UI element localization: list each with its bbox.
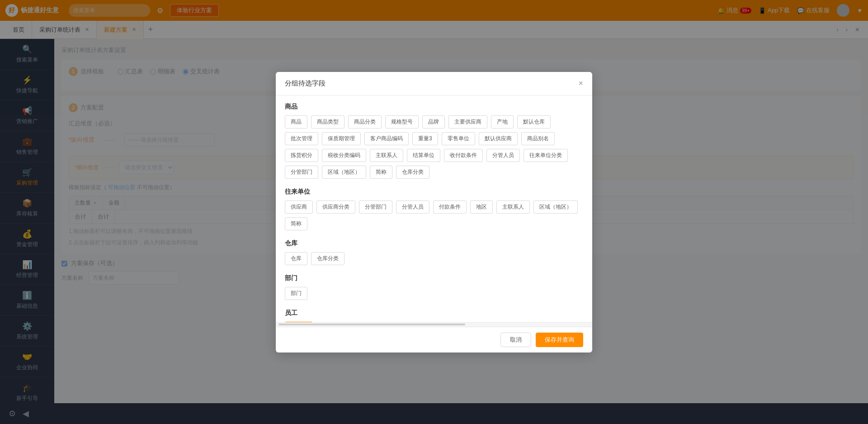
tag-product-5[interactable]: 主要供应商 (448, 115, 487, 129)
section-warehouse-title: 仓库 (285, 239, 583, 248)
field-select-dialog: 分组待选字段 × 商品 商品 商品类型 商品分类 规格型号 品牌 主要供应商 产… (276, 72, 592, 353)
tag-product-14[interactable]: 商品别名 (521, 132, 555, 145)
tag-product-19[interactable]: 收付款条件 (444, 149, 483, 162)
dialog-title: 分组待选字段 (285, 79, 326, 88)
tag-product-8[interactable]: 批次管理 (285, 132, 318, 145)
dialog-close-button[interactable]: × (578, 79, 583, 87)
modal-overlay: 分组待选字段 × 商品 商品 商品类型 商品分类 规格型号 品牌 主要供应商 产… (0, 0, 868, 424)
tag-product-13[interactable]: 默认供应商 (479, 132, 518, 145)
tag-partner-5[interactable]: 地区 (470, 200, 493, 214)
tag-product-3[interactable]: 规格型号 (385, 115, 419, 129)
section-staff-title: 员工 (285, 309, 583, 317)
dialog-hscroll[interactable] (276, 322, 592, 327)
tag-product-21[interactable]: 往来单位分类 (524, 149, 568, 162)
section-product-title: 商品 (285, 103, 583, 111)
tag-product-0[interactable]: 商品 (285, 115, 307, 129)
tag-product-16[interactable]: 税收分类编码 (322, 149, 366, 162)
section-warehouse: 仓库 仓库 仓库分类 (285, 239, 583, 265)
section-department-title: 部门 (285, 274, 583, 282)
section-product: 商品 商品 商品类型 商品分类 规格型号 品牌 主要供应商 产地 默认仓库 批次… (285, 103, 583, 179)
tag-partner-3[interactable]: 分管人员 (396, 200, 429, 214)
tag-product-9[interactable]: 保质期管理 (322, 132, 361, 145)
tag-product-24[interactable]: 简称 (370, 166, 392, 179)
tag-product-25[interactable]: 仓库分类 (396, 166, 429, 179)
tag-partner-6[interactable]: 主联系人 (496, 200, 530, 214)
tag-product-18[interactable]: 结算单位 (407, 149, 440, 162)
section-staff: 员工 业务员 (285, 309, 583, 322)
dialog-footer: 取消 保存并查询 (276, 327, 592, 353)
section-partner-tags: 供应商 供应商分类 分管部门 分管人员 付款条件 地区 主联系人 区域（地区） … (285, 200, 583, 230)
tag-partner-1[interactable]: 供应商分类 (316, 200, 355, 214)
tag-partner-7[interactable]: 区域（地区） (533, 200, 578, 214)
tag-department-0[interactable]: 部门 (285, 287, 307, 300)
tag-product-2[interactable]: 商品分类 (348, 115, 382, 129)
tag-product-11[interactable]: 重量3 (412, 132, 438, 145)
section-partner-title: 往来单位 (285, 188, 583, 196)
tag-product-4[interactable]: 品牌 (422, 115, 445, 129)
tag-product-15[interactable]: 拣货积分 (285, 149, 318, 162)
section-department: 部门 部门 (285, 274, 583, 300)
section-warehouse-tags: 仓库 仓库分类 (285, 252, 583, 265)
tag-warehouse-1[interactable]: 仓库分类 (311, 252, 344, 265)
tag-product-23[interactable]: 区域（地区） (322, 166, 366, 179)
tag-product-20[interactable]: 分管人员 (486, 149, 520, 162)
section-department-tags: 部门 (285, 287, 583, 300)
tag-partner-8[interactable]: 简称 (285, 217, 307, 230)
section-partner: 往来单位 供应商 供应商分类 分管部门 分管人员 付款条件 地区 主联系人 区域… (285, 188, 583, 230)
tag-product-22[interactable]: 分管部门 (285, 166, 318, 179)
dialog-body: 商品 商品 商品类型 商品分类 规格型号 品牌 主要供应商 产地 默认仓库 批次… (276, 95, 592, 322)
dialog-header: 分组待选字段 × (276, 72, 592, 95)
tag-warehouse-0[interactable]: 仓库 (285, 252, 307, 265)
tag-partner-2[interactable]: 分管部门 (359, 200, 392, 214)
tag-product-10[interactable]: 客户商品编码 (364, 132, 409, 145)
tag-product-17[interactable]: 主联系人 (370, 149, 403, 162)
save-query-button[interactable]: 保存并查询 (536, 333, 583, 347)
tag-product-12[interactable]: 零售单位 (442, 132, 475, 145)
tag-partner-4[interactable]: 付款条件 (433, 200, 467, 214)
hscroll-thumb[interactable] (278, 324, 465, 325)
tag-product-7[interactable]: 默认仓库 (517, 115, 551, 129)
tag-product-1[interactable]: 商品类型 (311, 115, 344, 129)
tag-product-6[interactable]: 产地 (491, 115, 514, 129)
cancel-button[interactable]: 取消 (500, 333, 531, 347)
section-product-tags: 商品 商品类型 商品分类 规格型号 品牌 主要供应商 产地 默认仓库 批次管理 … (285, 115, 583, 179)
tag-partner-0[interactable]: 供应商 (285, 200, 313, 214)
